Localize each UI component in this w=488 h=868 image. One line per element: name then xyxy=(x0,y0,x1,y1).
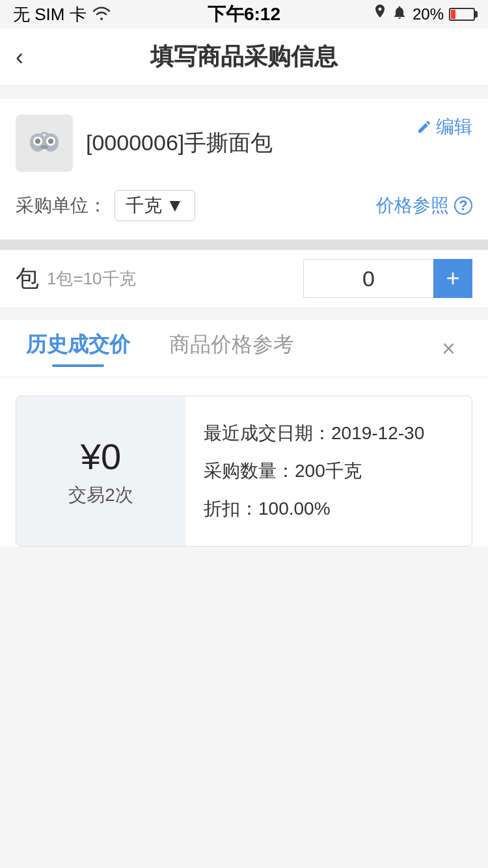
quantity-row: 包 1包=10千克 + xyxy=(0,250,488,307)
date-value: 2019-12-30 xyxy=(331,423,424,443)
transaction-price: ¥0 xyxy=(81,435,121,478)
status-left: 无 SIM 卡 xyxy=(13,3,111,26)
discount-label: 折扣： xyxy=(204,498,258,519)
unit-value: 千克 xyxy=(126,193,162,218)
svg-point-5 xyxy=(48,139,53,144)
dropdown-icon: ▼ xyxy=(166,195,184,216)
qty-value: 200千克 xyxy=(295,461,362,481)
battery-percent: 20% xyxy=(413,5,444,23)
tab-price-ref[interactable]: 商品价格参考 xyxy=(169,318,294,380)
carrier-text: 无 SIM 卡 xyxy=(13,3,87,26)
main-content-area xyxy=(0,565,488,868)
price-ref-button[interactable]: 价格参照 ? xyxy=(376,193,472,218)
qty-label: 采购数量： xyxy=(204,461,295,481)
location-icon xyxy=(373,5,386,24)
transaction-date-line: 最近成交日期：2019-12-30 xyxy=(204,420,454,447)
unit-label: 采购单位： xyxy=(16,193,107,218)
product-unit-row: 采购单位： 千克 ▼ 价格参照 ? xyxy=(16,190,472,221)
edit-label: 编辑 xyxy=(436,115,472,139)
unit-left: 采购单位： 千克 ▼ xyxy=(16,190,195,221)
page-title: 填写商品采购信息 xyxy=(150,41,338,73)
transaction-qty-line: 采购数量：200千克 xyxy=(204,457,454,485)
edit-button[interactable]: 编辑 xyxy=(416,115,472,139)
tab2-label: 商品价格参考 xyxy=(169,331,294,359)
status-bar: 无 SIM 卡 下午6:12 20% xyxy=(0,0,488,29)
tab-panel: 历史成交价 商品价格参考 × ¥0 交易2次 最近成交日期：2019-12-30… xyxy=(0,320,488,547)
product-thumbnail xyxy=(16,115,73,172)
price-ref-label: 价格参照 xyxy=(376,193,449,218)
date-label: 最近成交日期： xyxy=(204,423,331,443)
quantity-unit-convert: 1包=10千克 xyxy=(47,267,136,290)
svg-point-4 xyxy=(35,139,40,144)
tab-close-button[interactable]: × xyxy=(435,329,462,369)
tab-items: 历史成交价 商品价格参考 xyxy=(26,318,294,380)
transaction-card: ¥0 交易2次 最近成交日期：2019-12-30 采购数量：200千克 折扣：… xyxy=(16,396,472,547)
status-time: 下午6:12 xyxy=(208,2,280,27)
product-logo-icon xyxy=(25,124,64,163)
battery-icon xyxy=(449,8,475,21)
quantity-plus-button[interactable]: + xyxy=(433,259,472,298)
transaction-discount-line: 折扣：100.00% xyxy=(204,495,454,522)
alarm-icon xyxy=(392,5,407,24)
nav-bar: ‹ 填写商品采购信息 xyxy=(0,29,488,86)
tab1-underline xyxy=(52,364,104,367)
svg-point-6 xyxy=(40,145,48,149)
discount-value: 100.00% xyxy=(258,498,331,519)
info-circle-icon: ? xyxy=(454,197,472,215)
back-button[interactable]: ‹ xyxy=(16,44,23,71)
quantity-unit-name: 包 xyxy=(16,263,39,295)
product-left: [0000006]手撕面包 xyxy=(16,115,273,172)
status-right: 20% xyxy=(373,5,475,24)
transaction-right: 最近成交日期：2019-12-30 采购数量：200千克 折扣：100.00% xyxy=(185,396,472,546)
tab-header: 历史成交价 商品价格参考 × xyxy=(0,320,488,377)
quantity-input[interactable] xyxy=(303,259,433,298)
quantity-label: 包 1包=10千克 xyxy=(16,263,136,295)
product-card: [0000006]手撕面包 编辑 采购单位： 千克 ▼ 价格参照 ? xyxy=(0,99,488,239)
unit-select-button[interactable]: 千克 ▼ xyxy=(115,190,195,221)
product-header: [0000006]手撕面包 编辑 xyxy=(16,115,472,172)
quantity-controls: + xyxy=(303,259,472,298)
wifi-icon xyxy=(92,5,111,25)
product-name: [0000006]手撕面包 xyxy=(86,128,273,158)
tab1-label: 历史成交价 xyxy=(26,331,130,359)
divider-stripe xyxy=(0,239,488,250)
transaction-left: ¥0 交易2次 xyxy=(16,396,185,546)
tab-history-price[interactable]: 历史成交价 xyxy=(26,318,130,380)
transaction-count: 交易2次 xyxy=(68,483,133,508)
